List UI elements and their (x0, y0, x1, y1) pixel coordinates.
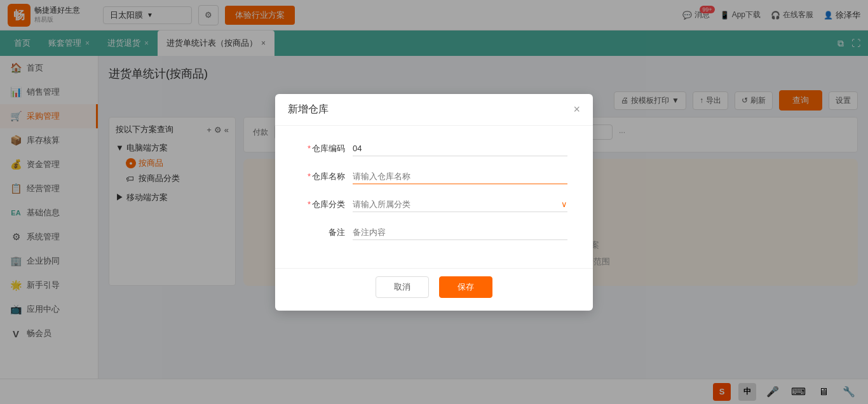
dialog-title: 新增仓库 (288, 103, 329, 116)
dialog-close-button[interactable]: × (573, 104, 580, 115)
warehouse-name-label: *仓库名称 (301, 171, 345, 182)
required-star-2: * (308, 172, 311, 181)
dialog-overlay[interactable]: 新增仓库 × *仓库编码 *仓库名称 *仓库分类 (0, 0, 868, 404)
warehouse-code-input[interactable] (353, 141, 567, 156)
warehouse-category-row: *仓库分类 ∨ (301, 197, 567, 212)
warehouse-category-label: *仓库分类 (301, 199, 345, 210)
warehouse-category-input[interactable] (353, 199, 561, 209)
warehouse-name-input[interactable] (353, 169, 567, 184)
warehouse-code-row: *仓库编码 (301, 141, 567, 156)
required-star: * (308, 144, 311, 153)
warehouse-remark-label: 备注 (301, 227, 345, 238)
warehouse-code-label: *仓库编码 (301, 143, 345, 154)
warehouse-remark-row: 备注 (301, 225, 567, 240)
new-warehouse-dialog: 新增仓库 × *仓库编码 *仓库名称 *仓库分类 (275, 94, 593, 311)
dialog-header: 新增仓库 × (275, 94, 593, 126)
warehouse-name-row: *仓库名称 (301, 169, 567, 184)
save-button[interactable]: 保存 (439, 276, 492, 298)
warehouse-remark-input[interactable] (353, 225, 567, 240)
cancel-button[interactable]: 取消 (376, 276, 429, 298)
dialog-footer: 取消 保存 (275, 268, 593, 311)
category-dropdown-icon[interactable]: ∨ (561, 199, 567, 209)
dialog-body: *仓库编码 *仓库名称 *仓库分类 ∨ (275, 126, 593, 263)
warehouse-category-select[interactable]: ∨ (353, 197, 567, 212)
required-star-3: * (308, 199, 311, 209)
